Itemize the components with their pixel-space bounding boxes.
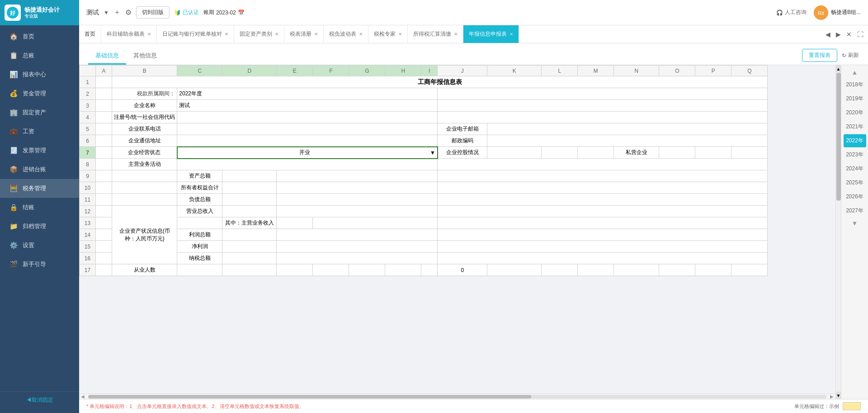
col-header-j[interactable]: J (438, 66, 487, 76)
sidebar-item-purchase[interactable]: 📦进销台账 (0, 160, 79, 179)
sidebar-item-reports[interactable]: 📊报表中心 (0, 65, 79, 84)
sidebar-pin-btn[interactable]: ◀取消固定 (0, 391, 79, 408)
cell-17m[interactable] (578, 264, 614, 276)
col-header-o[interactable]: O (659, 66, 695, 76)
cell-13c[interactable] (177, 217, 222, 229)
cell-17o[interactable] (659, 264, 695, 276)
cell-7p[interactable] (695, 147, 731, 159)
sidebar-item-invoice[interactable]: 🧾发票管理 (0, 141, 79, 160)
cell-16c[interactable]: 纳税总额 (177, 253, 222, 264)
col-header-c[interactable]: C (177, 66, 222, 76)
year-item-2026[interactable]: 2026年 (844, 190, 866, 203)
cell-17c[interactable] (177, 264, 222, 276)
cell-11a[interactable] (96, 194, 112, 206)
cell-12b-merge[interactable]: 企业资产状况信息(币种：人民币万元) (112, 206, 177, 264)
year-item-2022[interactable]: 2022年 (844, 134, 866, 147)
topbar-add-btn[interactable]: ＋ (113, 8, 121, 17)
year-item-2021[interactable]: 2021年 (844, 120, 866, 133)
cell-7m[interactable] (578, 147, 614, 159)
cell-14d[interactable] (222, 229, 277, 241)
cell-5c[interactable] (177, 123, 438, 135)
col-header-d[interactable]: D (222, 66, 277, 76)
tab-auxiliary[interactable]: 科目辅助余额表 ✕ (101, 25, 157, 43)
cell-7o[interactable] (659, 147, 695, 159)
year-item-2023[interactable]: 2023年 (844, 148, 866, 161)
year-item-2018[interactable]: 2018年 (844, 78, 866, 91)
cell-17a[interactable] (96, 264, 112, 276)
subtab-basic[interactable]: 基础信息 (88, 48, 126, 65)
cell-15e[interactable] (277, 241, 438, 253)
cell-15j[interactable] (438, 241, 768, 253)
sidebar-item-settings[interactable]: ⚙️设置 (0, 236, 79, 255)
year-item-2019[interactable]: 2019年 (844, 92, 866, 105)
col-header-n[interactable]: N (614, 66, 659, 76)
tab-fixed-close[interactable]: ✕ (275, 32, 278, 37)
cell-12j[interactable] (438, 206, 768, 217)
cell-7b[interactable]: 企业经营状态 (112, 147, 177, 159)
cell-13f[interactable] (313, 217, 438, 229)
vscroll-down-btn[interactable]: ▼ (836, 392, 841, 399)
cell-10j[interactable] (438, 182, 768, 194)
tab-income-tax[interactable]: 所得税汇算清缴 ✕ (408, 25, 463, 43)
cell-15c[interactable]: 净利润 (177, 241, 222, 253)
cell-17f[interactable] (313, 264, 349, 276)
hscroll[interactable]: ◀ ▶ (79, 394, 835, 399)
cell-17p[interactable] (695, 264, 731, 276)
cell-2a[interactable] (96, 88, 112, 100)
tab-tax-expert-close[interactable]: ✕ (398, 32, 402, 37)
tab-tax-risk[interactable]: 税负波动表 ✕ (324, 25, 368, 43)
tab-annual-report[interactable]: 年报信息申报表 ✕ (463, 25, 519, 43)
cell-17j[interactable]: 0 (438, 264, 487, 276)
sidebar-item-payroll[interactable]: 💼工资 (0, 122, 79, 141)
spreadsheet-scroll[interactable]: A B C D E F G H I J (79, 65, 835, 394)
cell-12c[interactable]: 营业总收入 (177, 206, 222, 217)
refresh-btn[interactable]: ↻ 刷新 (842, 52, 859, 59)
topbar-support-btn[interactable]: 🎧 人工咨询 (776, 9, 807, 16)
cell-17l[interactable] (542, 264, 578, 276)
sidebar-item-fixed[interactable]: 🏢固定资产 (0, 103, 79, 122)
cell-15d[interactable] (222, 241, 277, 253)
cell-2b[interactable]: 税款所属期间： (112, 88, 177, 100)
cell-13e[interactable] (277, 217, 313, 229)
cell-5k[interactable] (487, 123, 768, 135)
sidebar-item-close[interactable]: 🔒结账 (0, 198, 79, 217)
vscroll[interactable]: ▲ ▼ (835, 65, 841, 399)
cell-10c[interactable]: 所有者权益合计 (177, 182, 222, 194)
cell-2j[interactable] (438, 88, 768, 100)
cell-5a[interactable] (96, 123, 112, 135)
cell-17e[interactable] (277, 264, 313, 276)
sidebar-item-guide[interactable]: 🎬新手引导 (0, 255, 79, 274)
col-header-i[interactable]: I (421, 66, 438, 76)
cell-16e[interactable] (277, 253, 438, 264)
hscroll-left-btn[interactable]: ◀ (79, 394, 86, 399)
cell-17i[interactable] (421, 264, 438, 276)
col-header-p[interactable]: P (695, 66, 731, 76)
tab-tax-expert[interactable]: 税检专家 ✕ (368, 25, 408, 43)
col-header-f[interactable]: F (313, 66, 349, 76)
tab-close-all-btn[interactable]: ✕ (844, 29, 854, 40)
cell-17h[interactable] (385, 264, 421, 276)
cell-14e[interactable] (277, 229, 438, 241)
cell-14j[interactable] (438, 229, 768, 241)
sidebar-item-finance[interactable]: 💰资金管理 (0, 84, 79, 103)
cell-17k[interactable] (487, 264, 542, 276)
cell-11j[interactable] (438, 194, 768, 206)
tab-journal-close[interactable]: ✕ (225, 32, 228, 37)
sidebar-item-archive[interactable]: 📁归档管理 (0, 217, 79, 236)
tab-prev-btn[interactable]: ◀ (824, 29, 832, 40)
cell-11c[interactable]: 负债总额 (177, 194, 222, 206)
col-header-g[interactable]: G (349, 66, 385, 76)
col-header-l[interactable]: L (542, 66, 578, 76)
cell-9b[interactable] (112, 170, 177, 182)
cell-7j[interactable]: 企业控股情况 (438, 147, 487, 159)
cell-5j[interactable]: 企业电子邮箱 (438, 123, 487, 135)
col-header-q[interactable]: Q (731, 66, 768, 76)
tab-income-tax-close[interactable]: ✕ (454, 32, 458, 37)
cell-7c-dropdown[interactable]: 开业 ▼ (177, 147, 438, 159)
cell-11b[interactable] (112, 194, 177, 206)
cell-8a[interactable] (96, 159, 112, 170)
cell-9d[interactable] (222, 170, 277, 182)
cell-12d[interactable] (222, 206, 277, 217)
year-panel-down-btn[interactable]: ▼ (850, 218, 860, 229)
cell-17b[interactable]: 从业人数 (112, 264, 177, 276)
